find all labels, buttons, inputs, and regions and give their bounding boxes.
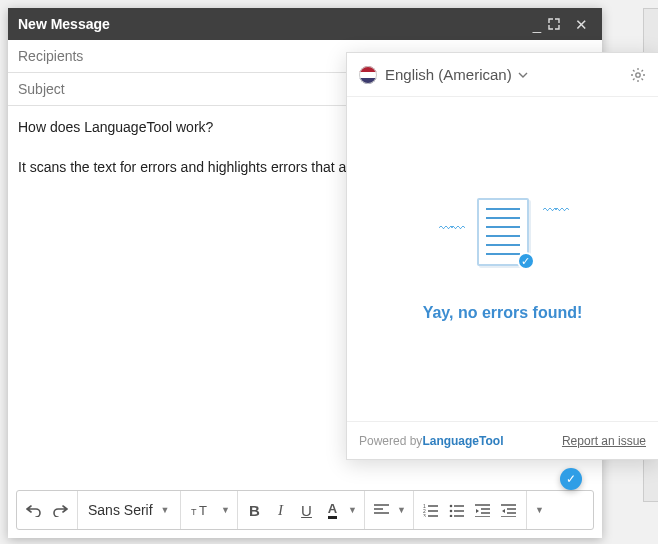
- document-illustration: 〰〰 〰〰 ✓: [443, 196, 563, 276]
- squiggle-icon: 〰〰: [543, 202, 567, 218]
- us-flag-icon: [359, 66, 377, 84]
- lt-body: 〰〰 〰〰 ✓ Yay, no errors found!: [347, 97, 658, 421]
- more-formatting-button[interactable]: ▼: [531, 496, 549, 524]
- font-family-label: Sans Serif: [88, 502, 153, 518]
- svg-point-8: [636, 72, 640, 76]
- close-button[interactable]: ✕: [570, 17, 592, 32]
- brand-link[interactable]: LanguageTool: [422, 434, 503, 448]
- title-bar: New Message _ ✕: [8, 8, 602, 40]
- no-errors-message: Yay, no errors found!: [423, 304, 583, 322]
- svg-point-6: [450, 509, 453, 512]
- font-family-select[interactable]: Sans Serif ▼: [82, 502, 176, 518]
- svg-text:T: T: [199, 503, 207, 517]
- align-button[interactable]: [369, 496, 395, 524]
- undo-button[interactable]: [21, 496, 47, 524]
- formatting-toolbar: Sans Serif ▼ TT ▼ B I U A ▼ ▼: [16, 490, 594, 530]
- chevron-down-icon: ▼: [221, 505, 230, 515]
- text-color-button[interactable]: A: [320, 496, 346, 524]
- chevron-down-icon: [518, 72, 528, 78]
- chevron-down-icon: ▼: [348, 505, 357, 515]
- indent-less-button[interactable]: [470, 496, 496, 524]
- window-title: New Message: [18, 16, 526, 32]
- italic-button[interactable]: I: [268, 496, 294, 524]
- chevron-down-icon: ▼: [535, 505, 544, 515]
- fullscreen-button[interactable]: [548, 18, 570, 30]
- document-icon: ✓: [477, 198, 529, 266]
- svg-text:T: T: [191, 507, 197, 517]
- svg-text:3: 3: [423, 513, 426, 517]
- language-select[interactable]: English (American): [385, 66, 622, 83]
- bulleted-list-button[interactable]: [444, 496, 470, 524]
- numbered-list-button[interactable]: 123: [418, 496, 444, 524]
- bold-button[interactable]: B: [242, 496, 268, 524]
- chevron-down-icon: ▼: [397, 505, 406, 515]
- svg-point-5: [450, 504, 453, 507]
- check-icon: ✓: [517, 252, 535, 270]
- minimize-button[interactable]: _: [526, 17, 548, 32]
- report-issue-link[interactable]: Report an issue: [562, 434, 646, 448]
- redo-button[interactable]: [47, 496, 73, 524]
- subject-placeholder: Subject: [18, 81, 65, 97]
- underline-button[interactable]: U: [294, 496, 320, 524]
- languagetool-indicator[interactable]: ✓: [560, 468, 582, 490]
- lt-header: English (American): [347, 53, 658, 97]
- svg-point-7: [450, 514, 453, 516]
- text-color-caret[interactable]: ▼: [346, 496, 360, 524]
- languagetool-popover: English (American) 〰〰 〰〰 ✓ Yay, no error…: [346, 52, 658, 460]
- chevron-down-icon: ▼: [161, 505, 170, 515]
- lt-footer: Powered by LanguageTool Report an issue: [347, 421, 658, 459]
- indent-more-button[interactable]: [496, 496, 522, 524]
- recipients-placeholder: Recipients: [18, 48, 83, 64]
- settings-button[interactable]: [630, 67, 646, 83]
- language-label: English (American): [385, 66, 512, 83]
- squiggle-icon: 〰〰: [439, 220, 463, 236]
- align-caret[interactable]: ▼: [395, 496, 409, 524]
- powered-by-label: Powered by: [359, 434, 422, 448]
- font-size-button[interactable]: TT: [185, 496, 219, 524]
- font-size-caret[interactable]: ▼: [219, 496, 233, 524]
